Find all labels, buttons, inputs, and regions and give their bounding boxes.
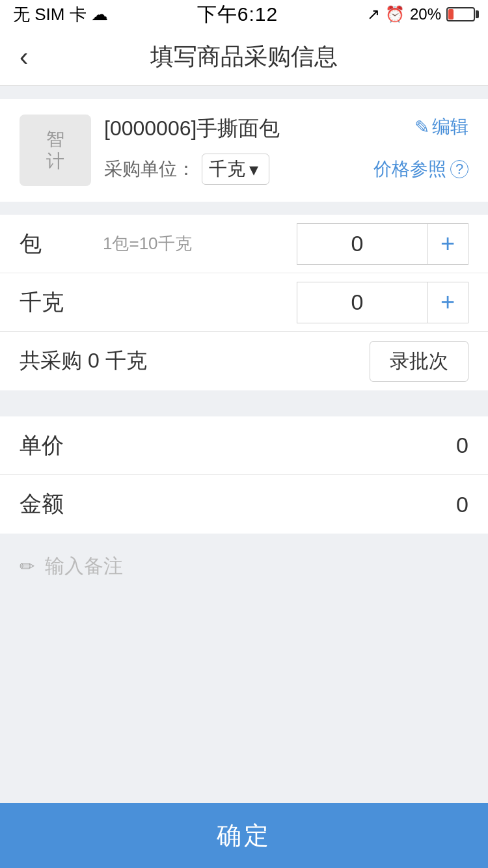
section-divider-1 <box>0 202 488 215</box>
product-card: 智 计 [0000006]手撕面包 ✎ 编辑 采购单位： 千克 <box>0 99 488 202</box>
main-content: 智 计 [0000006]手撕面包 ✎ 编辑 采购单位： 千克 <box>0 86 488 803</box>
summary-row: 共采购 0 千克 录批次 <box>0 332 488 390</box>
status-right: ↗ ⏰ 20% <box>367 5 475 23</box>
amount-value: 0 <box>456 492 468 517</box>
kg-input[interactable] <box>297 282 427 323</box>
chevron-down-icon: ▾ <box>249 159 258 180</box>
kg-input-row: 千克 + <box>0 273 488 332</box>
bag-label: 包 <box>20 229 98 259</box>
unit-price-label: 单价 <box>20 431 64 461</box>
bag-input-row: 包 1包=10千克 + <box>0 215 488 273</box>
kg-input-right: + <box>297 282 468 323</box>
bag-input-right: + <box>297 223 468 265</box>
bag-plus-button[interactable]: + <box>427 223 468 265</box>
note-placeholder: 输入备注 <box>45 553 123 580</box>
battery-icon <box>446 7 475 21</box>
product-name-row: [0000006]手撕面包 ✎ 编辑 <box>104 115 468 143</box>
unit-price-value: 0 <box>456 433 468 458</box>
bottom-bar: 确定 <box>0 803 488 868</box>
purchase-unit-label: 采购单位： 千克 ▾ <box>104 154 269 185</box>
confirm-button[interactable]: 确定 <box>0 803 488 868</box>
status-time: 下午6:12 <box>197 1 278 28</box>
edit-icon: ✎ <box>414 116 429 138</box>
pencil-icon: ✏ <box>20 556 34 577</box>
sim-label: 无 SIM 卡 ☁ <box>13 3 108 26</box>
alarm-icon: ⏰ <box>385 5 405 23</box>
back-button[interactable]: ‹ <box>20 42 28 72</box>
price-ref-button[interactable]: 价格参照 ? <box>373 157 468 182</box>
kg-plus-button[interactable]: + <box>427 282 468 323</box>
note-section[interactable]: ✏ 输入备注 <box>0 534 488 599</box>
edit-button[interactable]: ✎ 编辑 <box>414 115 468 139</box>
amount-row: 金额 0 <box>0 475 488 534</box>
nav-bar: ‹ 填写商品采购信息 <box>0 29 488 86</box>
price-ref-label: 价格参照 <box>373 157 446 182</box>
product-logo: 智 计 <box>46 128 64 172</box>
status-left: 无 SIM 卡 ☁ <box>13 3 108 26</box>
price-amount-section: 单价 0 金额 0 <box>0 416 488 534</box>
product-thumbnail: 智 计 <box>20 115 91 186</box>
status-bar: 无 SIM 卡 ☁ 下午6:12 ↗ ⏰ 20% <box>0 0 488 29</box>
kg-label: 千克 <box>20 288 98 318</box>
empty-area <box>0 599 488 794</box>
edit-label: 编辑 <box>432 115 468 139</box>
location-icon: ↗ <box>367 5 380 23</box>
purchase-unit-row: 采购单位： 千克 ▾ 价格参照 ? <box>104 154 468 185</box>
product-name: [0000006]手撕面包 <box>104 115 280 143</box>
summary-text: 共采购 0 千克 <box>20 347 147 375</box>
info-icon: ? <box>450 160 468 178</box>
quantity-section: 包 1包=10千克 + 千克 + 共采购 0 千克 录批次 <box>0 215 488 390</box>
unit-select[interactable]: 千克 ▾ <box>202 154 269 185</box>
product-info: [0000006]手撕面包 ✎ 编辑 采购单位： 千克 ▾ <box>104 115 468 185</box>
bag-sub-label: 1包=10千克 <box>103 232 192 255</box>
page-title: 填写商品采购信息 <box>150 41 338 73</box>
batch-button[interactable]: 录批次 <box>370 341 468 382</box>
unit-value: 千克 <box>209 157 245 182</box>
unit-price-row: 单价 0 <box>0 416 488 475</box>
bag-input[interactable] <box>297 223 427 265</box>
amount-label: 金额 <box>20 489 64 519</box>
battery-percent: 20% <box>410 5 441 23</box>
section-divider-2 <box>0 390 488 403</box>
